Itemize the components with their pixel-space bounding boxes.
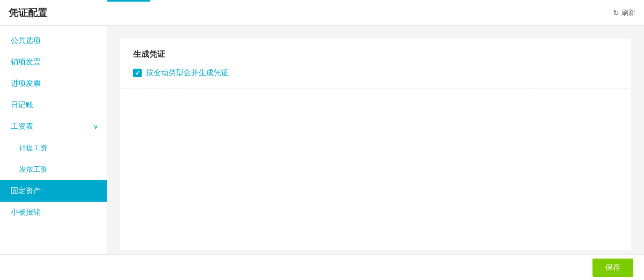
sidebar-item-journal[interactable]: 日记账 — [0, 94, 107, 116]
sidebar-item-label: 日记账 — [11, 100, 33, 110]
content-card: 生成凭证 ✓ 按变动类型合并生成凭证 — [120, 39, 631, 89]
footer: 保存 — [0, 254, 644, 280]
refresh-button[interactable]: ↻ 刷新 — [613, 8, 635, 18]
sidebar-item-pay-payroll[interactable]: 发放工资 — [0, 159, 107, 180]
refresh-label: 刷新 — [621, 8, 635, 18]
sidebar-item-label: 进项发票 — [11, 79, 41, 89]
sidebar-item-fixed-assets[interactable]: 固定资产 — [0, 180, 107, 202]
sidebar-item-label: 公共选项 — [11, 36, 41, 46]
content-area: 生成凭证 ✓ 按变动类型合并生成凭证 — [107, 26, 644, 254]
chevron-down-icon: ∨ — [93, 123, 98, 130]
sidebar-item-commission-payroll[interactable]: 计提工资 — [0, 137, 107, 159]
page-title: 凭证配置 — [9, 6, 47, 19]
merge-generate-checkbox[interactable]: ✓ — [133, 69, 142, 77]
save-button[interactable]: 保存 — [592, 259, 633, 277]
section-title: 生成凭证 — [133, 49, 618, 60]
sidebar-item-label: 小畅报销 — [11, 208, 41, 217]
sidebar-item-purchase-invoice[interactable]: 进项发票 — [0, 73, 107, 94]
page-header: 凭证配置 ↻ 刷新 — [0, 0, 644, 26]
sidebar-item-label: 发放工资 — [19, 165, 47, 174]
content-rest — [120, 89, 631, 250]
checkbox-label: 按变动类型合并生成凭证 — [146, 68, 229, 78]
main-layout: 公共选项 销项发票 进项发票 日记账 工资表 ∨ 计提工资 发放工资 固定资产 … — [0, 26, 644, 254]
sidebar-item-label: 固定资产 — [11, 186, 41, 196]
sidebar-item-sales-invoice[interactable]: 销项发票 — [0, 51, 107, 73]
sidebar-item-public-options[interactable]: 公共选项 — [0, 30, 107, 51]
sidebar-item-label: 销项发票 — [11, 57, 41, 67]
check-mark-icon: ✓ — [135, 70, 140, 77]
top-bar — [107, 0, 150, 2]
sidebar: 公共选项 销项发票 进项发票 日记账 工资表 ∨ 计提工资 发放工资 固定资产 … — [0, 26, 107, 254]
sidebar-item-label: 计提工资 — [19, 143, 47, 153]
sidebar-item-payroll-table[interactable]: 工资表 ∨ — [0, 116, 107, 137]
sidebar-item-expense-report[interactable]: 小畅报销 — [0, 202, 107, 223]
refresh-icon: ↻ — [613, 9, 619, 17]
checkbox-row: ✓ 按变动类型合并生成凭证 — [133, 68, 618, 78]
sidebar-item-label: 工资表 — [11, 122, 33, 131]
